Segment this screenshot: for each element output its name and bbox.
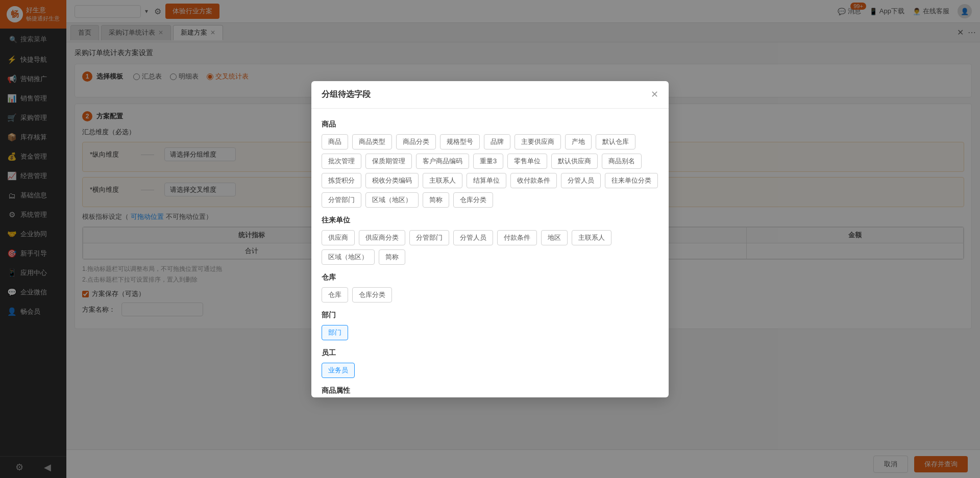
field-tag-origin[interactable]: 产地 xyxy=(565,134,592,149)
field-tag-warehouse-category[interactable]: 仓库分类 xyxy=(453,192,493,208)
field-tag-expiry-mgmt[interactable]: 保质期管理 xyxy=(365,154,412,169)
field-tag-department[interactable]: 部门 xyxy=(322,325,348,340)
field-tag-main-contact[interactable]: 主联系人 xyxy=(423,173,462,188)
modal-close-btn[interactable]: ✕ xyxy=(651,90,658,99)
field-select-modal: 分组待选字段 ✕ 商品商品商品类型商品分类规格型号品牌主要供应商产地默认仓库批次… xyxy=(311,81,669,397)
field-tag-spec-type[interactable]: 规格型号 xyxy=(440,134,480,149)
field-tag-goods-type[interactable]: 商品类型 xyxy=(352,134,392,149)
field-tag-region2[interactable]: 区域（地区） xyxy=(322,249,375,265)
field-tag-from-unit-category[interactable]: 往来单位分类 xyxy=(605,173,658,188)
field-tag-manager[interactable]: 分管人员 xyxy=(561,173,601,188)
field-tag-dept[interactable]: 分管部门 xyxy=(409,230,449,245)
field-tag-abbr2[interactable]: 简称 xyxy=(379,249,405,265)
field-tag-alias[interactable]: 商品别名 xyxy=(602,154,642,169)
modal-body[interactable]: 商品商品商品类型商品分类规格型号品牌主要供应商产地默认仓库批次管理保质期管理客户… xyxy=(311,109,669,397)
field-tag-goods[interactable]: 商品 xyxy=(322,134,348,149)
section-title-goods: 商品 xyxy=(322,120,658,129)
modal-sections: 商品商品商品类型商品分类规格型号品牌主要供应商产地默认仓库批次管理保质期管理客户… xyxy=(322,120,658,397)
section-fields-goods: 商品商品类型商品分类规格型号品牌主要供应商产地默认仓库批次管理保质期管理客户商品… xyxy=(322,134,658,208)
section-title-product-attr: 商品属性 xyxy=(322,386,658,395)
section-fields-warehouse: 仓库仓库分类 xyxy=(322,287,658,303)
field-tag-warehouse[interactable]: 仓库 xyxy=(322,287,348,303)
field-tag-region[interactable]: 地区 xyxy=(541,230,568,245)
section-title-warehouse: 仓库 xyxy=(322,273,658,282)
section-title-employee: 员工 xyxy=(322,348,658,358)
section-fields-partner: 供应商供应商分类分管部门分管人员付款条件地区主联系人区域（地区）简称 xyxy=(322,230,658,265)
field-tag-weight3[interactable]: 重量3 xyxy=(473,154,503,169)
field-tag-goods-category[interactable]: 商品分类 xyxy=(396,134,436,149)
modal-header: 分组待选字段 ✕ xyxy=(311,81,669,109)
field-tag-batch-mgmt[interactable]: 批次管理 xyxy=(322,154,361,169)
section-fields-employee: 业务员 xyxy=(322,363,658,378)
field-tag-main-supplier[interactable]: 主要供应商 xyxy=(514,134,561,149)
field-tag-supplier[interactable]: 供应商 xyxy=(322,230,355,245)
field-tag-region-goods[interactable]: 区域（地区） xyxy=(365,192,419,208)
field-tag-partner-contact[interactable]: 主联系人 xyxy=(572,230,611,245)
field-tag-dept-mgr[interactable]: 分管人员 xyxy=(453,230,493,245)
section-fields-dept: 部门 xyxy=(322,325,658,340)
modal-title: 分组待选字段 xyxy=(322,89,371,100)
field-tag-brand[interactable]: 品牌 xyxy=(484,134,510,149)
section-title-partner: 往来单位 xyxy=(322,216,658,225)
field-tag-retail-unit[interactable]: 零售单位 xyxy=(507,154,547,169)
field-tag-warehouse-cat[interactable]: 仓库分类 xyxy=(352,287,392,303)
field-tag-customer-code[interactable]: 客户商品编码 xyxy=(416,154,469,169)
field-tag-default-warehouse[interactable]: 默认仓库 xyxy=(596,134,635,149)
modal-overlay: 分组待选字段 ✕ 商品商品商品类型商品分类规格型号品牌主要供应商产地默认仓库批次… xyxy=(0,0,980,478)
field-tag-manage-dept[interactable]: 分管部门 xyxy=(322,192,361,208)
field-tag-supplier-category[interactable]: 供应商分类 xyxy=(359,230,405,245)
field-tag-payment-cond[interactable]: 付款条件 xyxy=(497,230,537,245)
field-tag-payment-terms[interactable]: 收付款条件 xyxy=(510,173,557,188)
field-tag-abbr[interactable]: 简称 xyxy=(423,192,449,208)
section-title-dept: 部门 xyxy=(322,311,658,320)
field-tag-default-supplier[interactable]: 默认供应商 xyxy=(551,154,598,169)
field-tag-salesperson[interactable]: 业务员 xyxy=(322,363,355,378)
field-tag-pick-score[interactable]: 拣货积分 xyxy=(322,173,361,188)
field-tag-settle-unit[interactable]: 结算单位 xyxy=(467,173,506,188)
field-tag-tax-code[interactable]: 税收分类编码 xyxy=(365,173,419,188)
